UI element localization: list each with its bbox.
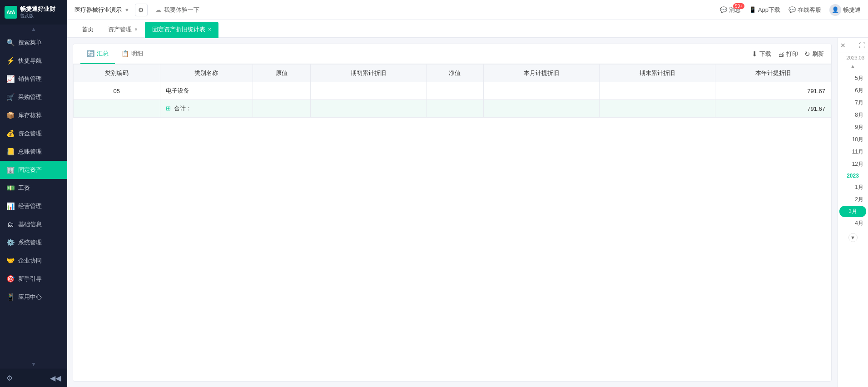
date-month-3[interactable]: 3月 <box>839 206 866 217</box>
cell-period-accum <box>310 82 426 100</box>
messages-icon: 💬 <box>720 6 727 13</box>
date-month-12[interactable]: 12月 <box>838 158 868 170</box>
tab-asset-manage[interactable]: 资产管理 × <box>101 22 145 38</box>
right-panel: ✕ ⛶ 2023.03 ▲ 5月 6月 7月 8月 9月 10月 11月 12月… <box>837 38 868 387</box>
refresh-icon: ↻ <box>804 50 810 58</box>
nav-icon-ledger: 📒 <box>6 148 15 156</box>
tab-fixed-depreciation[interactable]: 固定资产折旧统计表 × <box>145 22 218 38</box>
sidebar-nav: 🔍 搜索菜单 ⚡ 快捷导航 📈 销售管理 🛒 采购管理 📦 库存核算 💰 资金管… <box>0 34 67 360</box>
download-button[interactable]: ⬇ 下载 <box>752 50 771 58</box>
nav-icon-purchase: 🛒 <box>6 93 15 101</box>
nav-icon-basicinfo: 🗂 <box>6 220 15 228</box>
collapse-sidebar-icon[interactable]: ◀◀ <box>50 374 61 382</box>
tab-home[interactable]: 首页 <box>74 22 101 38</box>
main-area: 医疗器械行业演示 ▼ ⚙ ☁ 我要体验一下 💬 消息 99+ 📱 App下载 💬… <box>67 0 868 387</box>
sidebar-scroll-down[interactable]: ▼ <box>0 360 67 369</box>
print-label: 打印 <box>786 50 798 58</box>
nav-icon-quicknav: ⚡ <box>6 57 15 65</box>
messages-action[interactable]: 💬 消息 99+ <box>720 6 741 14</box>
date-month-7[interactable]: 7月 <box>838 97 868 109</box>
sidebar-item-sales[interactable]: 📈 销售管理 <box>0 70 67 88</box>
date-month-5[interactable]: 5月 <box>838 72 868 84</box>
download-label: 下载 <box>759 50 771 58</box>
date-month-4[interactable]: 4月 <box>838 217 868 229</box>
sidebar-item-fixedasset[interactable]: 🏢 固定资产 <box>0 161 67 179</box>
tab-home-label: 首页 <box>82 25 94 34</box>
sidebar-item-search[interactable]: 🔍 搜索菜单 <box>0 34 67 52</box>
date-month-1[interactable]: 1月 <box>838 181 868 194</box>
tab-asset-manage-label: 资产管理 <box>108 25 132 34</box>
sidebar-item-quicknav[interactable]: ⚡ 快捷导航 <box>0 52 67 70</box>
sidebar-item-collab[interactable]: 🤝 企业协同 <box>0 252 67 270</box>
nav-label-payroll: 工资 <box>18 184 30 192</box>
sidebar-footer: ⚙ ◀◀ <box>0 369 67 387</box>
sidebar-item-ledger[interactable]: 📒 总账管理 <box>0 143 67 161</box>
sidebar-item-funds[interactable]: 💰 资金管理 <box>0 124 67 143</box>
panel-close-button[interactable]: ✕ <box>840 42 846 49</box>
sidebar-item-purchase[interactable]: 🛒 采购管理 <box>0 88 67 106</box>
nav-icon-collab: 🤝 <box>6 257 15 265</box>
print-button[interactable]: 🖨 打印 <box>778 50 798 58</box>
sidebar-item-basicinfo[interactable]: 🗂 基础信息 <box>0 215 67 233</box>
settings-icon[interactable]: ⚙ <box>6 374 13 382</box>
tabs-bar: 首页 资产管理 × 固定资产折旧统计表 × <box>67 20 868 38</box>
summary-period-accum <box>310 100 426 118</box>
user-action[interactable]: 👤 畅捷通 <box>829 4 861 16</box>
nav-label-appcenter: 应用中心 <box>18 293 42 301</box>
tab-asset-manage-close[interactable]: × <box>134 26 138 33</box>
online-service-label: 在线客服 <box>798 6 821 14</box>
online-service-action[interactable]: 💬 在线客服 <box>789 6 821 14</box>
sidebar-item-inventory[interactable]: 📦 库存核算 <box>0 106 67 124</box>
refresh-button[interactable]: ↻ 刷新 <box>804 50 824 58</box>
sidebar: AtA 畅捷通好业财 普及版 ▲ 🔍 搜索菜单 ⚡ 快捷导航 📈 销售管理 🛒 … <box>0 0 67 387</box>
date-month-11[interactable]: 11月 <box>838 146 868 158</box>
col-year-deprec: 本年计提折旧 <box>715 64 831 82</box>
nav-icon-newguide: 🎯 <box>6 275 15 283</box>
nav-label-fixedasset: 固定资产 <box>18 166 42 174</box>
date-panel: 5月 6月 7月 8月 9月 10月 11月 12月 2023 1月 2月 3月… <box>838 70 868 231</box>
nav-label-collab: 企业协同 <box>18 257 42 265</box>
nav-icon-sysmanage: ⚙️ <box>6 238 15 247</box>
sidebar-item-newguide[interactable]: 🎯 新手引导 <box>0 270 67 288</box>
date-month-2[interactable]: 2月 <box>838 194 868 206</box>
nav-label-quicknav: 快捷导航 <box>18 57 42 65</box>
cell-month-deprec <box>483 82 599 100</box>
date-month-6[interactable]: 6月 <box>838 84 868 97</box>
panel-expand-button[interactable]: ⛶ <box>859 42 865 49</box>
sub-tab-summary[interactable]: 🔄 汇总 <box>80 44 115 64</box>
sidebar-item-payroll[interactable]: 💵 工资 <box>0 179 67 197</box>
topbar-right: 💬 消息 99+ 📱 App下载 💬 在线客服 👤 畅捷通 <box>720 4 861 16</box>
company-selector[interactable]: 医疗器械行业演示 ▼ <box>74 6 129 14</box>
summary-label: ⊞ 合计： <box>160 100 253 118</box>
nav-label-sales: 销售管理 <box>18 75 42 83</box>
sidebar-scroll-up[interactable]: ▲ <box>0 25 67 34</box>
col-month-deprec: 本月计提折旧 <box>483 64 599 82</box>
nav-label-newguide: 新手引导 <box>18 275 42 283</box>
col-net-value: 净值 <box>426 64 483 82</box>
app-download-action[interactable]: 📱 App下载 <box>749 6 780 14</box>
toolbar: ⬇ 下载 🖨 打印 ↻ 刷新 <box>752 50 824 58</box>
logo-icon: AtA <box>5 6 17 19</box>
sidebar-title-block: 畅捷通好业财 普及版 <box>20 5 55 19</box>
cell-year-deprec: 791.67 <box>715 82 831 100</box>
date-label: 2023.03 <box>838 53 868 62</box>
sidebar-item-appcenter[interactable]: 📱 应用中心 <box>0 288 67 306</box>
date-nav-up[interactable]: ▲ <box>838 62 868 70</box>
date-month-10[interactable]: 10月 <box>838 134 868 146</box>
nav-icon-search: 🔍 <box>6 39 15 47</box>
nav-label-sysmanage: 系统管理 <box>18 238 42 247</box>
topbar-settings-button[interactable]: ⚙ <box>135 4 148 16</box>
nav-label-ledger: 总账管理 <box>18 148 42 156</box>
experience-button[interactable]: ☁ 我要体验一下 <box>155 6 199 14</box>
download-icon: ⬇ <box>752 50 758 58</box>
sidebar-item-sysmanage[interactable]: ⚙️ 系统管理 <box>0 233 67 252</box>
tab-fixed-depreciation-close[interactable]: × <box>208 26 211 33</box>
date-nav-down-circle[interactable]: ▼ <box>848 233 858 242</box>
date-month-8[interactable]: 8月 <box>838 109 868 121</box>
app-download-label: App下载 <box>758 6 780 14</box>
sub-tab-detail[interactable]: 📋 明细 <box>115 44 149 64</box>
date-month-9[interactable]: 9月 <box>838 121 868 134</box>
summary-net <box>426 100 483 118</box>
summary-original <box>253 100 310 118</box>
sidebar-item-bizmanage[interactable]: 📊 经营管理 <box>0 197 67 215</box>
